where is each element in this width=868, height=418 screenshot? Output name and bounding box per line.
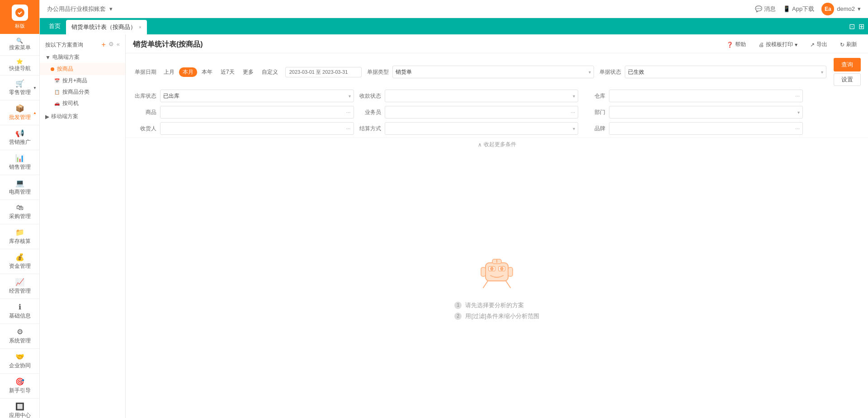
date-tab-this-month[interactable]: 本月 [179, 67, 197, 77]
empty-area: 1 请先选择要分析的方案 2 用[过滤]条件来缩小分析范围 [126, 151, 868, 418]
tab-maximize-icon[interactable]: ⊞ [859, 22, 864, 31]
sidebar-item-collab[interactable]: 🤝 企业协同 [0, 349, 39, 374]
app-download-btn[interactable]: 📱 App下载 [783, 5, 814, 13]
scheme-item-by-driver-label: 按司机 [62, 100, 79, 107]
collapse-btn[interactable]: ∧ 收起更多条件 [478, 141, 516, 148]
warehouse-dots-icon[interactable]: ··· [795, 93, 800, 99]
sidebar-search[interactable]: 🔍 搜索菜单 [0, 34, 39, 56]
calendar-icon: 📅 [54, 78, 60, 83]
svg-rect-0 [486, 263, 508, 281]
content-area: 按以下方案查询 + ⚙ « ▼ 电脑端方案 按商品 📅 按月 [40, 34, 868, 418]
sidebar-item-system[interactable]: ⚙ 系统管理 [0, 324, 39, 349]
receipt-status-control[interactable]: ▾ [385, 90, 579, 102]
doc-type-control[interactable]: 销货单 ▾ [392, 66, 594, 78]
app-tag: 标版 [15, 23, 25, 29]
date-tab-last-7days[interactable]: 近7天 [217, 67, 238, 77]
tab-home[interactable]: 首页 [43, 18, 66, 34]
settlement-control[interactable]: ▾ [385, 122, 579, 135]
brand-control[interactable]: ··· [609, 122, 803, 135]
warehouse-control[interactable]: ··· [609, 90, 803, 102]
dept-control[interactable]: ▾ [609, 106, 803, 119]
tip-num-2: 2 [454, 313, 462, 320]
sidebar-item-guide[interactable]: 🎯 新手引导 [0, 374, 39, 399]
scheme-group-mobile-header[interactable]: ▶ 移动端方案 [40, 111, 125, 122]
print-dropdown-icon: ▾ [795, 42, 797, 48]
salesman-label: 业务员 [358, 109, 385, 116]
scheme-item-by-driver[interactable]: 🚗 按司机 [40, 98, 125, 109]
sidebar-item-apps[interactable]: 🔲 应用中心 [0, 399, 39, 418]
scheme-group-desktop: ▼ 电脑端方案 按商品 📅 按月+商品 📋 按商品分类 🚗 按司机 [40, 52, 125, 109]
user-dropdown-icon: ▾ [858, 5, 861, 12]
sidebar-item-purchase[interactable]: 🛍 采购管理 [0, 200, 39, 224]
page-title: 销货单统计表(按商品) [133, 40, 203, 49]
top-header-left: 办公用品行业模拟账套 ▾ [47, 5, 113, 13]
filter-date: 单据日期 上月 本月 本年 近7天 更多 自定义 2023-03-01 至 20… [133, 67, 362, 77]
message-btn[interactable]: 💬 消息 [755, 5, 776, 13]
scheme-item-by-goods-label: 按商品 [57, 65, 73, 73]
left-panel-header: 按以下方案查询 + ⚙ « [40, 38, 125, 52]
add-scheme-icon[interactable]: + [101, 41, 105, 49]
print-btn[interactable]: 🖨 按模板打印 ▾ [755, 39, 801, 50]
scheme-group-desktop-header[interactable]: ▼ 电脑端方案 [40, 52, 125, 63]
sidebar-item-basic[interactable]: ℹ 基础信息 [0, 299, 39, 324]
sidebar-item-marketing[interactable]: 📢 营销推广 [0, 125, 39, 150]
tab-minimize-icon[interactable]: ⊡ [849, 22, 855, 31]
filter-doc-status: 单据状态 已生效 ▾ [598, 66, 826, 78]
goods-control[interactable]: ··· [160, 106, 354, 119]
date-range-input[interactable]: 2023-03-01 至 2023-03-31 [285, 67, 362, 77]
out-status-control[interactable]: 已出库 ▾ [160, 90, 354, 102]
user-area[interactable]: Ea demo2 ▾ [821, 3, 861, 15]
salesman-dots-icon[interactable]: ··· [571, 109, 575, 115]
dropdown-arrow-icon[interactable]: ▾ [109, 5, 113, 12]
warehouse-label: 仓库 [582, 92, 609, 100]
tab-active-label: 销货单统计表（按商品） [71, 23, 136, 31]
sidebar-item-operations[interactable]: 📈 经营管理 [0, 274, 39, 299]
left-panel-title: 按以下方案查询 [45, 41, 83, 49]
svg-rect-7 [481, 267, 486, 276]
right-content: 销货单统计表(按商品) ❓ 帮助 🖨 按模板打印 ▾ ↗ 导出 [126, 34, 868, 418]
collapse-panel-icon[interactable]: « [117, 41, 120, 49]
scheme-item-by-month-goods[interactable]: 📅 按月+商品 [40, 75, 125, 86]
date-tab-custom[interactable]: 自定义 [258, 67, 282, 77]
filter-settlement: 结算方式 ▾ [358, 122, 579, 135]
sidebar-nav[interactable]: ⭐ 快捷导航 [0, 56, 39, 76]
user-name: demo2 [837, 5, 855, 12]
refresh-btn[interactable]: ↻ 刷新 [836, 39, 861, 50]
left-panel: 按以下方案查询 + ⚙ « ▼ 电脑端方案 按商品 📅 按月 [40, 34, 126, 418]
sidebar-item-finance[interactable]: 💰 资金管理 [0, 249, 39, 274]
settings-button[interactable]: 设置 [834, 73, 861, 86]
scheme-item-by-goods[interactable]: 按商品 [40, 63, 125, 75]
export-btn[interactable]: ↗ 导出 [807, 39, 831, 50]
scheme-item-by-category[interactable]: 📋 按商品分类 [40, 86, 125, 98]
edit-scheme-icon[interactable]: ⚙ [108, 41, 114, 49]
doc-status-control[interactable]: 已生效 ▾ [625, 66, 826, 78]
sidebar-item-retail[interactable]: 🛒 零售管理 [0, 76, 39, 100]
settlement-arrow-icon: ▾ [573, 126, 575, 131]
sidebar-item-ecommerce[interactable]: 💻 电商管理 [0, 175, 39, 200]
export-icon: ↗ [810, 42, 815, 48]
sidebar-item-sales[interactable]: 📊 销售管理 [0, 150, 39, 175]
message-icon: 💬 [755, 5, 762, 12]
date-tab-this-year[interactable]: 本年 [198, 67, 216, 77]
out-status-label: 出库状态 [133, 92, 160, 100]
empty-tip-2: 2 用[过滤]条件来缩小分析范围 [454, 312, 539, 320]
goods-dots-icon[interactable]: ··· [346, 109, 351, 115]
help-btn[interactable]: ❓ 帮助 [723, 39, 750, 50]
sidebar-item-inventory[interactable]: 📁 库存核算 [0, 224, 39, 249]
sidebar-item-wholesale[interactable]: 📦 批发管理 [0, 100, 39, 125]
receiver-dots-icon[interactable]: ··· [346, 125, 351, 132]
date-label: 单据日期 [133, 68, 160, 76]
tab-close-icon[interactable]: × [139, 25, 142, 30]
brand-dots-icon[interactable]: ··· [795, 125, 800, 132]
filter-warehouse: 仓库 ··· [582, 90, 803, 102]
svg-point-4 [500, 267, 504, 271]
filter-section: 单据日期 上月 本月 本年 近7天 更多 自定义 2023-03-01 至 20… [126, 53, 868, 138]
tab-active[interactable]: 销货单统计表（按商品） × [66, 20, 147, 34]
doc-type-label: 单据类型 [365, 68, 392, 76]
query-button[interactable]: 查询 [834, 58, 861, 71]
salesman-control[interactable]: ··· [385, 106, 579, 119]
receiver-control[interactable]: ··· [160, 122, 354, 135]
date-tab-more[interactable]: 更多 [239, 67, 257, 77]
receipt-status-label: 收款状态 [358, 92, 385, 100]
date-tab-last-month[interactable]: 上月 [160, 67, 178, 77]
